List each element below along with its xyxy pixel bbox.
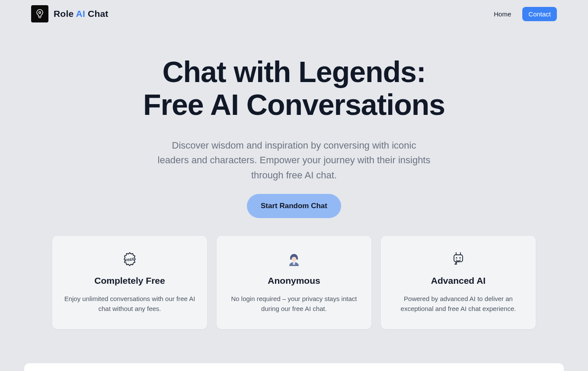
nav-home[interactable]: Home [488, 7, 517, 21]
navbar: Role AI Chat Home Contact [0, 0, 588, 28]
feature-card-free: FREE Completely Free Enjoy unlimited con… [52, 235, 208, 330]
svg-point-10 [460, 252, 461, 253]
nav-links: Home Contact [488, 7, 557, 21]
feature-body: No login required – your privacy stays i… [227, 294, 361, 314]
sponsored-panel: Sponsored Content [24, 363, 564, 371]
nav-contact[interactable]: Contact [522, 7, 557, 21]
svg-point-6 [459, 257, 460, 258]
feature-title: Completely Free [63, 276, 197, 286]
hero-subtitle: Discover wisdom and inspiration by conve… [156, 138, 432, 182]
svg-text:FREE: FREE [125, 257, 135, 263]
feature-body: Enjoy unlimited conversations with our f… [63, 294, 197, 314]
hero: Chat with Legends: Free AI Conversations… [0, 28, 588, 330]
svg-point-2 [292, 257, 297, 261]
svg-point-5 [456, 257, 457, 258]
start-random-chat-button[interactable]: Start Random Chat [247, 194, 341, 218]
svg-point-9 [456, 252, 457, 253]
robot-icon [391, 251, 525, 267]
feature-title: Anonymous [227, 276, 361, 286]
svg-point-0 [39, 12, 41, 13]
brand-title: Role AI Chat [54, 9, 109, 19]
svg-rect-3 [293, 262, 295, 265]
feature-title: Advanced AI [391, 276, 525, 286]
logo-icon [31, 5, 48, 22]
free-badge-icon: FREE [63, 251, 197, 267]
hero-title: Chat with Legends: Free AI Conversations [0, 55, 588, 121]
feature-cards: FREE Completely Free Enjoy unlimited con… [52, 235, 536, 330]
brand-home-link[interactable]: Role AI Chat [31, 5, 109, 22]
anonymous-user-icon [227, 251, 361, 267]
feature-card-advanced-ai: Advanced AI Powered by advanced AI to de… [380, 235, 536, 330]
feature-body: Powered by advanced AI to deliver an exc… [391, 294, 525, 314]
feature-card-anonymous: Anonymous No login required – your priva… [216, 235, 372, 330]
